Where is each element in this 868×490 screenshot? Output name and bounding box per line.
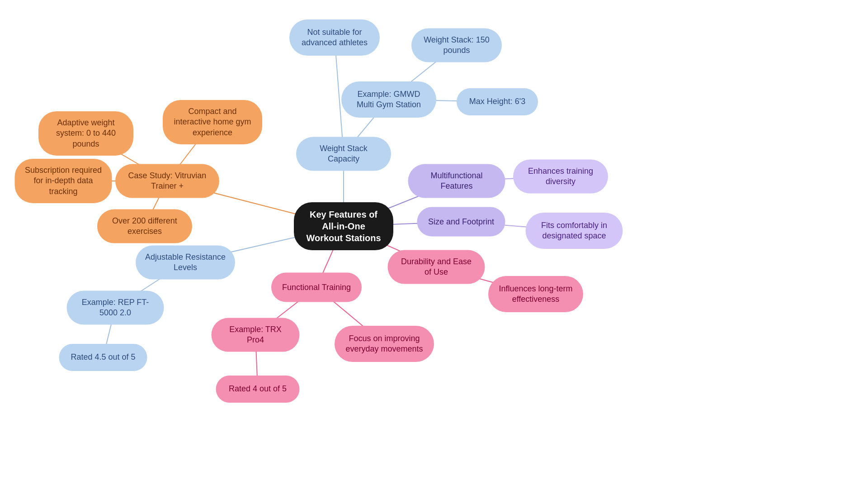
node-subscription: Subscription required for in-depth data … bbox=[15, 159, 112, 203]
node-over-200: Over 200 different exercises bbox=[97, 209, 192, 243]
node-focus-movements: Focus on improving everyday movements bbox=[335, 326, 434, 362]
node-rated-4-5: Rated 4.5 out of 5 bbox=[59, 344, 147, 371]
node-gmwd-example: Example: GMWD Multi Gym Station bbox=[341, 81, 436, 118]
center-node: Key Features of All-in-One Workout Stati… bbox=[294, 202, 393, 250]
node-weight-stack-150: Weight Stack: 150 pounds bbox=[411, 29, 502, 62]
node-influences-effectiveness: Influences long-term effectiveness bbox=[488, 276, 583, 312]
node-adjustable-resistance: Adjustable Resistance Levels bbox=[136, 246, 235, 280]
node-size-footprint: Size and Footprint bbox=[417, 207, 505, 237]
node-weight-stack-capacity: Weight Stack Capacity bbox=[296, 137, 391, 171]
node-enhances-diversity: Enhances training diversity bbox=[513, 160, 608, 194]
node-trx-example: Example: TRX Pro4 bbox=[212, 318, 300, 352]
node-functional-training: Functional Training bbox=[271, 273, 362, 302]
connections-svg bbox=[0, 0, 868, 490]
node-rep-example: Example: REP FT-5000 2.0 bbox=[67, 291, 164, 325]
mindmap-container: Key Features of All-in-One Workout Stati… bbox=[0, 0, 868, 490]
node-fits-comfortably: Fits comfortably in designated space bbox=[526, 213, 623, 249]
node-not-suitable: Not suitable for advanced athletes bbox=[289, 19, 380, 56]
node-multifunctional: Multifunctional Features bbox=[408, 164, 505, 198]
node-vitruvian-case: Case Study: Vitruvian Trainer + bbox=[115, 164, 219, 198]
node-compact-interactive: Compact and interactive home gym experie… bbox=[163, 100, 262, 144]
node-max-height: Max Height: 6'3 bbox=[457, 88, 538, 115]
node-durability-ease: Durability and Ease of Use bbox=[388, 250, 485, 284]
node-rated-4: Rated 4 out of 5 bbox=[216, 376, 300, 403]
node-adaptive-weight: Adaptive weight system: 0 to 440 pounds bbox=[38, 111, 133, 156]
